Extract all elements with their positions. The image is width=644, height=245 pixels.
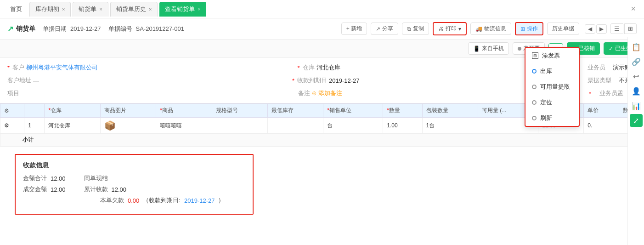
inventory-tab-close[interactable]: × <box>62 6 65 12</box>
view-sales-tab-close[interactable]: × <box>198 6 200 12</box>
view-list-button[interactable]: ☰ <box>610 23 623 34</box>
doc-actions: + 新增 ↗ 分享 ⧉ 复制 🖨 打印 ▾ 🚚 物流信息 ⊞ 操作 <box>341 22 637 35</box>
col-gear: ⚙ <box>0 104 24 118</box>
from-phone-label: 来自手机 <box>482 45 504 52</box>
print-label: 打印 <box>446 25 457 33</box>
payment-row-1: 金额合计 12.00 同单现结 — <box>23 174 245 182</box>
sidebar-icon-user[interactable]: 👤 <box>630 85 643 97</box>
note-add-link[interactable]: ⊕ 添加备注 <box>312 89 342 97</box>
transaction-amount-item: 成交金额 12.00 <box>23 185 66 194</box>
doc-type-label: 销货单 <box>16 25 35 33</box>
tab-sales-order[interactable]: 销货单 × <box>73 2 108 17</box>
copy-label: 复制 <box>413 25 424 33</box>
doc-meta: 单据日期 2019-12-27 单据编号 SA-20191227-001 <box>43 25 184 33</box>
out-warehouse-item[interactable]: 出库 <box>525 63 579 79</box>
customer-value[interactable]: 柳州粤港平安气体有限公司 <box>26 63 98 72</box>
add-invoice-item[interactable]: ⊞ 添发票 <box>525 48 579 63</box>
due-label: 收款到期日 <box>149 197 179 204</box>
employee-label: 业务员 <box>588 63 605 72</box>
due-close-paren: ） <box>218 196 224 205</box>
inventory-tab-label: 库存期初 <box>35 5 59 13</box>
refresh-label: 刷新 <box>540 114 552 122</box>
logistics-label: 物流信息 <box>484 25 506 33</box>
history-button[interactable]: 历史单据 <box>547 23 579 35</box>
col-product: *商品 <box>156 104 212 118</box>
tab-bar: 首页 库存期初 × 销货单 × 销货单历史 × 查看销货单 × × <box>0 0 644 18</box>
due-info: （收款到期日: <box>143 196 181 205</box>
row-unit-price: 0. <box>584 118 619 134</box>
prev-tab-button[interactable]: ◀ <box>585 24 595 34</box>
row-sales-unit: 台 <box>323 118 383 134</box>
location-item[interactable]: 定位 <box>525 95 579 110</box>
share-button[interactable]: ↗ 分享 <box>371 23 398 35</box>
sales-history-tab-close[interactable]: × <box>149 6 152 12</box>
same-order-label: 同单现结 <box>84 174 108 182</box>
col-quantity: *数量 <box>383 104 422 118</box>
row-gear[interactable]: ⚙ <box>0 118 24 134</box>
project-label: 项目 <box>7 89 19 97</box>
customer-required-star: * <box>7 64 10 71</box>
col-min-stock: 最低库存 <box>267 104 323 118</box>
salesman-label: 业务员孟 <box>599 89 623 97</box>
tab-inventory-start[interactable]: 库存期初 × <box>29 2 71 17</box>
col-unit-price: 单价 <box>584 104 619 118</box>
history-label: 历史单据 <box>552 25 574 33</box>
cumulative-payment-label: 累计收款 <box>84 185 108 194</box>
tab-sales-history[interactable]: 销货单历史 × <box>110 2 158 17</box>
payment-section-title: 收款信息 <box>23 161 245 170</box>
current-due-label: 本单欠款 <box>100 196 124 205</box>
refresh-icon <box>532 116 537 120</box>
total-amount-label: 金额合计 <box>23 174 47 182</box>
view-grid-button[interactable]: ⊞ <box>624 23 637 34</box>
refresh-item[interactable]: 刷新 <box>525 110 579 126</box>
due-date-value: 2019-12-27 <box>184 197 215 204</box>
plus-icon: ⊕ <box>312 90 318 97</box>
transaction-amount-value: 12.00 <box>51 186 66 193</box>
warehouse-required-star: * <box>298 64 300 71</box>
available-qty-item[interactable]: 可用量提取 <box>525 79 579 95</box>
out-warehouse-icon <box>532 69 537 74</box>
sales-order-tab-close[interactable]: × <box>99 6 102 12</box>
transaction-amount-label: 成交金额 <box>23 185 47 194</box>
main-content: ↗ 销货单 单据日期 2019-12-27 单据编号 SA-20191227-0… <box>0 18 644 245</box>
row-min-stock <box>267 118 323 134</box>
from-phone-button[interactable]: 📱 来自手机 <box>468 42 509 55</box>
print-button[interactable]: 🖨 打印 ▾ <box>433 22 467 35</box>
payment-date-required-star: * <box>292 77 294 84</box>
document-header: ↗ 销货单 单据日期 2019-12-27 单据编号 SA-20191227-0… <box>0 18 644 40</box>
sidebar-icon-fullscreen[interactable]: ⤢ <box>630 114 643 127</box>
row-product-img: 📦 <box>100 118 156 134</box>
new-button[interactable]: + 新增 <box>341 23 367 35</box>
print-dropdown-icon: ▾ <box>458 26 461 32</box>
logistics-button[interactable]: 🚚 物流信息 <box>470 23 511 35</box>
project-field: 项目 — <box>7 89 298 97</box>
copy-button[interactable]: ⧉ 复制 <box>402 23 429 35</box>
operation-button[interactable]: ⊞ 操作 <box>515 22 543 35</box>
sidebar-icon-document[interactable]: 📋 <box>630 40 643 53</box>
row-quantity: 1.00 <box>383 118 422 134</box>
already-canceled-label: 已核销 <box>578 45 595 52</box>
sidebar-icon-chart[interactable]: 📊 <box>630 99 643 112</box>
from-phone-icon: 📱 <box>473 46 480 52</box>
row-product: 嘻嘻嘻嘻 <box>156 118 212 134</box>
same-order-value: — <box>112 175 118 182</box>
tab-view-sales[interactable]: 查看销货单 × <box>159 2 206 17</box>
payment-date-value: 2019-12-27 <box>329 77 360 84</box>
share-label: 分享 <box>382 25 393 33</box>
col-seq <box>24 104 45 118</box>
tab-home[interactable]: 首页 <box>5 2 28 17</box>
tab-nav-buttons: ◀ ▶ <box>585 24 607 34</box>
date-label: 单据日期 2019-12-27 <box>43 25 101 33</box>
next-tab-button[interactable]: ▶ <box>596 24 607 34</box>
window-close-button[interactable]: × <box>627 4 639 14</box>
document-title-section: ↗ 销货单 <box>7 24 35 33</box>
view-sales-tab-label: 查看销货单 <box>165 5 195 13</box>
ticket-type-label: 票据类型 <box>588 76 611 85</box>
sidebar-icon-link[interactable]: 🔗 <box>630 55 643 68</box>
cumulative-payment-item: 累计收款 12.00 <box>84 185 127 194</box>
sidebar-icon-return[interactable]: ↩ <box>630 70 643 83</box>
current-due-value: 0.00 <box>128 197 139 204</box>
right-sidebar: 📋 🔗 ↩ 👤 📊 ⤢ <box>627 37 644 245</box>
col-product-img: 商品图片 <box>100 104 156 118</box>
available-qty-icon <box>532 85 537 89</box>
